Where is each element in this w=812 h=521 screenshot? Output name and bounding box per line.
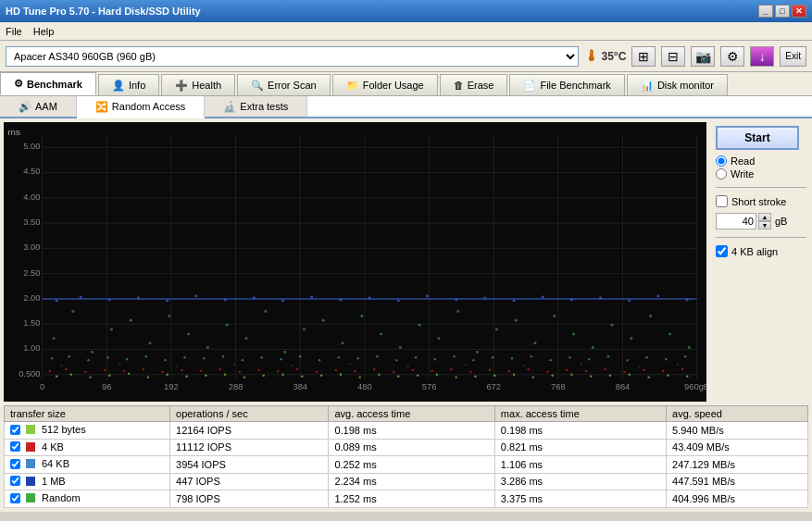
results-area: transfer size operations / sec avg. acce… [0,405,812,512]
svg-point-152 [194,295,197,298]
svg-point-199 [611,324,614,327]
toolbar-btn-5[interactable]: ↓ [750,46,774,67]
svg-point-147 [56,299,58,302]
tab-erase[interactable]: 🗑 Erase [440,74,508,95]
tab2-random-access[interactable]: 🔀 Random Access [77,96,205,118]
svg-point-139 [568,356,570,358]
svg-point-184 [322,319,325,322]
svg-point-137 [531,355,532,357]
menu-help[interactable]: Help [33,26,55,37]
tab-info[interactable]: 👤 Info [98,74,159,95]
cell-transfer-size: 1 MB [5,473,170,490]
svg-point-78 [49,370,51,372]
align-label[interactable]: 4 KB align [716,245,806,257]
svg-point-200 [630,337,632,340]
svg-point-58 [320,375,322,377]
tab-file-benchmark[interactable]: 📄 File Benchmark [509,74,624,95]
svg-point-126 [319,359,320,361]
svg-point-210 [407,366,409,367]
cell-ops: 11112 IOPS [170,439,329,456]
start-button[interactable]: Start [716,126,799,150]
row-checkbox[interactable] [10,493,20,503]
svg-point-134 [472,359,474,361]
exit-label: Exit [785,51,801,61]
svg-text:1.00: 1.00 [23,344,40,354]
benchmark-icon: ⚙ [14,78,23,90]
tab2-extra-tests[interactable]: 🔬 Extra tests [205,96,307,117]
short-stroke-checkbox[interactable] [716,195,728,207]
drive-select[interactable]: Apacer AS340 960GB (960 gB) [6,46,579,67]
svg-point-178 [206,346,209,349]
svg-point-49 [147,377,149,378]
svg-point-182 [283,351,286,354]
svg-point-75 [647,377,649,378]
col-avg-speed: avg. speed [667,406,808,422]
svg-point-74 [629,374,631,376]
svg-point-98 [431,370,432,372]
health-label: Health [192,80,221,91]
svg-point-50 [167,374,169,376]
transfer-size-value: 512 bytes [42,424,86,435]
minimize-button[interactable]: _ [758,5,773,18]
temperature-icon: 🌡 [584,48,599,65]
read-radio-label[interactable]: Read [716,155,806,167]
write-radio-label[interactable]: Write [716,168,806,180]
row-checkbox[interactable] [10,476,20,486]
radio-group: Read Write [716,155,806,180]
svg-text:288: 288 [229,383,244,392]
svg-point-179 [226,324,229,327]
tab-benchmark[interactable]: ⚙ Benchmark [0,72,96,95]
svg-point-172 [91,351,94,354]
maximize-button[interactable]: □ [775,5,790,18]
svg-point-84 [161,371,163,373]
svg-text:4.00: 4.00 [23,192,40,202]
short-stroke-label[interactable]: Short stroke [716,195,806,207]
color-indicator [26,477,35,486]
svg-point-97 [412,369,414,371]
svg-point-180 [244,337,247,340]
close-button[interactable]: ✕ [792,5,806,18]
svg-point-125 [299,355,301,357]
cell-transfer-size: Random [5,490,170,508]
row-checkbox[interactable] [10,425,20,435]
svg-point-115 [106,356,108,358]
svg-point-89 [257,369,259,371]
svg-point-195 [533,341,536,344]
svg-point-93 [334,369,336,371]
svg-point-181 [264,310,267,313]
svg-point-189 [418,324,421,327]
row-checkbox[interactable] [10,441,20,452]
spinner-down[interactable]: ▼ [758,221,771,229]
menu-bar: File Help [0,22,812,41]
tab2-aam[interactable]: 🔊 AAM [0,96,77,117]
svg-point-175 [148,341,151,344]
toolbar-btn-1[interactable]: ⊞ [631,46,656,67]
svg-point-73 [609,375,611,377]
toolbar-btn-3[interactable]: 📷 [691,46,715,67]
exit-button[interactable]: Exit [780,46,806,67]
align-checkbox[interactable] [716,245,728,257]
menu-file[interactable]: File [6,26,22,37]
write-radio[interactable] [716,168,727,180]
tab-folder-usage[interactable]: 📁 Folder Usage [332,74,438,95]
svg-point-85 [181,369,182,371]
svg-point-198 [592,346,594,349]
svg-text:768: 768 [551,383,566,392]
svg-point-188 [399,346,402,349]
svg-point-193 [495,329,498,331]
spinner-up[interactable]: ▲ [758,213,771,221]
svg-point-55 [262,375,264,377]
read-radio[interactable] [716,155,727,167]
svg-text:5.00: 5.00 [23,142,40,151]
tab-error-scan[interactable]: 🔍 Error Scan [237,74,331,95]
row-checkbox[interactable] [10,459,20,469]
svg-point-209 [349,363,351,365]
gb-input[interactable] [716,213,756,229]
toolbar-btn-4[interactable]: ⚙ [720,46,744,67]
svg-point-79 [65,368,67,370]
tab-health[interactable]: ➕ Health [161,74,235,95]
toolbar-btn-2[interactable]: ⊟ [661,46,685,67]
svg-point-102 [508,370,510,372]
tab-disk-monitor[interactable]: 📊 Disk monitor [627,74,728,95]
svg-point-100 [469,371,471,373]
